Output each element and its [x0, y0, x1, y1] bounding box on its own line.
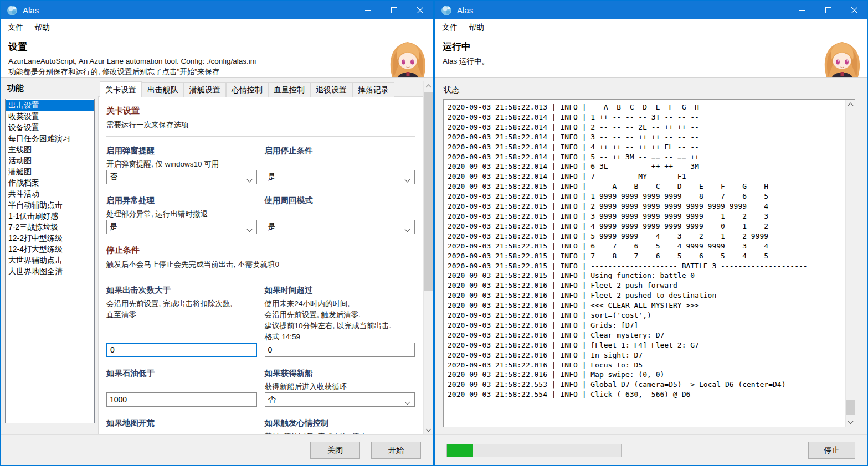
- sidebar-item[interactable]: 主线图: [6, 144, 94, 155]
- tab-0[interactable]: 关卡设置: [100, 81, 142, 97]
- sidebar-item[interactable]: 设备设置: [6, 122, 94, 133]
- log-line: 2020-09-03 21:58:22.015 | INFO | 3 9999 …: [448, 211, 844, 221]
- log-line: 2020-09-03 21:58:22.015 | INFO | 6 7 6 5…: [448, 241, 844, 251]
- page-title: 运行中: [443, 40, 816, 53]
- section-title: 关卡设置: [106, 106, 415, 116]
- log-line: 2020-09-03 21:58:22.016 | INFO | <<< CLE…: [448, 301, 844, 310]
- sidebar-listbox[interactable]: 出击设置收菜设置设备设置每日任务困难演习主线图活动图潜艇图作战档案共斗活动半自动…: [5, 99, 95, 423]
- sidebar-item[interactable]: 潜艇图: [6, 166, 94, 177]
- running-body: 状态 2020-09-03 21:58:22.013 | INFO | A B …: [435, 78, 867, 434]
- start-button[interactable]: 开始: [371, 442, 421, 459]
- input-if-count-greater[interactable]: 0: [106, 343, 257, 357]
- dropdown-enable-stop-condition[interactable]: 是: [265, 170, 415, 184]
- dropdown-value: 否: [110, 172, 117, 182]
- dropdown-value: 是: [110, 222, 117, 232]
- minimize-button[interactable]: [789, 1, 815, 19]
- page-title: 设置: [8, 40, 382, 53]
- header-description-2: 功能都是分别保存和运行的, 修改设置后别忘了点击"开始"来保存: [8, 66, 382, 77]
- close-button[interactable]: [841, 1, 867, 19]
- scrollbar-thumb[interactable]: [424, 92, 433, 291]
- field-description: 获得新船后进入收获循环: [265, 381, 415, 392]
- field-label: 启用弹窗提醒: [106, 146, 257, 156]
- sidebar-item[interactable]: 大世界辅助点击: [6, 255, 94, 266]
- dropdown-if-get-new-ship[interactable]: 否: [265, 392, 415, 407]
- sidebar-item[interactable]: 每日任务困难演习: [6, 133, 94, 144]
- form-field-use-loop-mode: 使用周回模式是: [265, 195, 415, 234]
- tab-1[interactable]: 出击舰队: [142, 82, 184, 97]
- tab-bar: 关卡设置出击舰队潜艇设置心情控制血量控制退役设置掉落记录: [98, 81, 423, 96]
- sidebar-item[interactable]: 大世界地图全清: [6, 266, 94, 277]
- settings-footer: 关闭 开始: [1, 434, 433, 465]
- scroll-up-icon[interactable]: [424, 81, 433, 91]
- maximize-button[interactable]: [815, 1, 841, 19]
- log-line: 2020-09-03 21:58:22.015 | INFO | 5 9999 …: [448, 231, 844, 241]
- minimize-button[interactable]: [355, 1, 381, 19]
- log-line: 2020-09-03 21:58:22.016 | INFO | Grids: …: [448, 320, 844, 330]
- dropdown-enable-error-handle[interactable]: 是: [106, 220, 257, 234]
- sidebar-item[interactable]: 作战档案: [6, 177, 94, 188]
- field-label: 如果获得新船: [265, 368, 415, 379]
- log-line: 2020-09-03 21:58:22.016 | INFO | Clear m…: [448, 330, 844, 340]
- scrollbar-thumb[interactable]: [846, 400, 855, 415]
- tab-5[interactable]: 退役设置: [310, 82, 352, 97]
- sidebar-item[interactable]: 收菜设置: [6, 111, 94, 122]
- close-button[interactable]: [407, 1, 433, 19]
- menu-bar: 文件 帮助: [1, 19, 433, 36]
- log-line: 2020-09-03 21:58:22.016 | INFO | sort=('…: [448, 310, 844, 320]
- section-title: 停止条件: [106, 245, 415, 256]
- title-bar: Alas: [435, 1, 867, 19]
- maximize-button[interactable]: [381, 1, 407, 19]
- tab-3[interactable]: 心情控制: [226, 82, 268, 97]
- section-description: 需要运行一次来保存选项: [106, 120, 415, 130]
- field-description: 开启弹窗提醒, 仅 windows10 可用: [106, 159, 257, 170]
- log-line: 2020-09-03 21:58:22.015 | INFO | -------…: [448, 261, 844, 271]
- sidebar-item[interactable]: 出击设置: [6, 100, 94, 111]
- chevron-down-icon: [405, 176, 409, 185]
- divider: [106, 276, 415, 276]
- scroll-down-icon[interactable]: [846, 417, 855, 427]
- sidebar-item[interactable]: 活动图: [6, 155, 94, 166]
- log-line: 2020-09-03 21:58:22.016 | INFO | Fleet_2…: [448, 291, 844, 301]
- title-bar: Alas: [1, 1, 433, 19]
- menu-file[interactable]: 文件: [8, 23, 23, 33]
- tab-6[interactable]: 掉落记录: [352, 82, 394, 97]
- sidebar-item[interactable]: 12-2打中型练级: [6, 232, 94, 244]
- sidebar-item[interactable]: 共斗活动: [6, 188, 94, 199]
- tab-4[interactable]: 血量控制: [268, 82, 310, 97]
- menu-bar: 文件 帮助: [435, 19, 867, 36]
- form-field-enable-error-handle: 启用异常处理处理部分异常, 运行出错时撤退是: [106, 195, 257, 234]
- input-if-time-reach[interactable]: 0: [265, 343, 415, 357]
- tab-2[interactable]: 潜艇设置: [184, 82, 226, 97]
- menu-help[interactable]: 帮助: [34, 23, 50, 33]
- form-row: 如果地图开荒如果触发心情控制若是, 等待回复, 完成本次, 停止: [106, 418, 415, 434]
- sidebar-item[interactable]: 半自动辅助点击: [6, 199, 94, 210]
- header-description-1: Alas 运行中。: [443, 56, 816, 66]
- stop-button[interactable]: 停止: [808, 442, 855, 459]
- dropdown-use-loop-mode[interactable]: 是: [265, 220, 415, 234]
- sidebar-title: 功能: [7, 83, 95, 94]
- form-field-if-oil-lower: 如果石油低于1000: [106, 368, 257, 407]
- section-description: 触发后不会马上停止会先完成当前出击, 不需要就填0: [106, 260, 415, 270]
- close-settings-button[interactable]: 关闭: [310, 442, 360, 459]
- alas-logo-icon: [440, 4, 453, 16]
- field-label: 如果时间超过: [265, 285, 415, 296]
- sidebar-item[interactable]: 12-4打大型练级: [6, 244, 94, 255]
- running-window: Alas 文件 帮助 运行中 Alas 运行中。 状态: [434, 0, 868, 466]
- form-section: 关卡设置需要运行一次来保存选项: [106, 106, 415, 137]
- running-footer: 停止: [435, 434, 867, 465]
- dropdown-enable-popup[interactable]: 否: [106, 170, 257, 184]
- menu-help[interactable]: 帮助: [469, 23, 484, 33]
- log-line: 2020-09-03 21:58:22.014 | INFO | 7 -- --…: [448, 172, 844, 182]
- log-line: 2020-09-03 21:58:22.014 | INFO | 6 3L --…: [448, 162, 844, 172]
- menu-file[interactable]: 文件: [442, 23, 458, 33]
- input-if-oil-lower[interactable]: 1000: [106, 392, 257, 407]
- log-scrollbar: [845, 100, 855, 427]
- chevron-down-icon: [405, 226, 409, 235]
- log-lines: 2020-09-03 21:58:22.013 | INFO | A B C D…: [444, 100, 855, 400]
- scroll-down-icon[interactable]: [424, 425, 433, 434]
- sidebar-item[interactable]: 7-2三战拣垃圾: [6, 221, 94, 232]
- sidebar-item[interactable]: 1-1伏击刷好感: [6, 210, 94, 221]
- scroll-up-icon[interactable]: [846, 100, 855, 109]
- field-label: 如果触发心情控制: [265, 418, 415, 428]
- log-line: 2020-09-03 21:58:22.014 | INFO | 3 -- --…: [448, 132, 844, 142]
